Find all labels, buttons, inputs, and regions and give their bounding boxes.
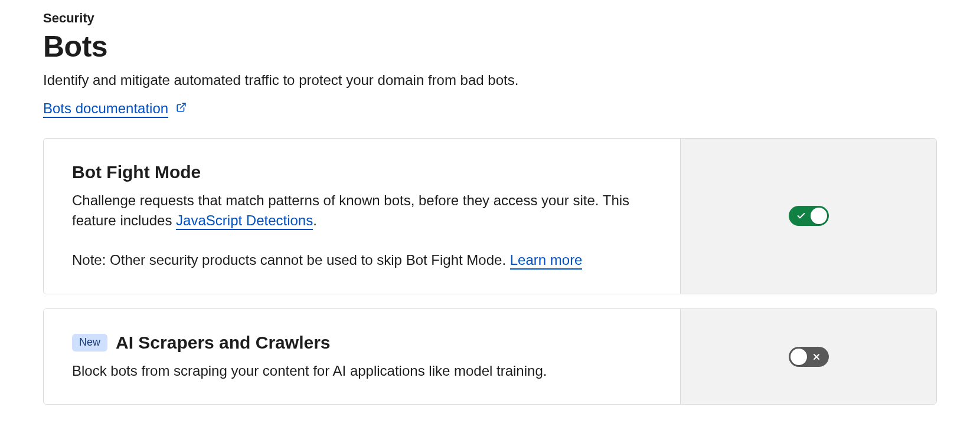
card-side [680, 309, 936, 405]
card-description: Block bots from scraping your content fo… [72, 361, 652, 381]
page-subtitle: Identify and mitigate automated traffic … [43, 72, 937, 88]
card-title-row: New AI Scrapers and Crawlers [72, 333, 652, 353]
card-main: New AI Scrapers and Crawlers Block bots … [44, 309, 680, 405]
card-ai-scrapers: New AI Scrapers and Crawlers Block bots … [43, 308, 937, 405]
card-title-row: Bot Fight Mode [72, 162, 652, 182]
toggle-knob [811, 208, 827, 224]
card-note: Note: Other security products cannot be … [72, 250, 652, 270]
svg-line-0 [180, 103, 185, 108]
desc-tail: . [313, 212, 317, 228]
bots-documentation-link[interactable]: Bots documentation [43, 100, 168, 118]
check-icon [796, 211, 806, 221]
doc-link-row: Bots documentation [43, 100, 937, 117]
javascript-detections-link[interactable]: JavaScript Detections [176, 212, 313, 230]
ai-scrapers-toggle[interactable] [789, 347, 829, 367]
note-label: Note [72, 252, 102, 268]
card-title: Bot Fight Mode [72, 162, 201, 182]
card-description: Challenge requests that match patterns o… [72, 191, 652, 230]
card-side [680, 139, 936, 294]
bot-fight-mode-toggle[interactable] [789, 206, 829, 226]
learn-more-link[interactable]: Learn more [510, 252, 583, 270]
new-badge: New [72, 334, 107, 352]
desc-text: Challenge requests that match patterns o… [72, 192, 629, 228]
card-main: Bot Fight Mode Challenge requests that m… [44, 139, 680, 294]
card-bot-fight-mode: Bot Fight Mode Challenge requests that m… [43, 138, 937, 294]
note-text: : Other security products cannot be used… [102, 252, 510, 268]
card-title: AI Scrapers and Crawlers [116, 333, 331, 353]
toggle-knob [790, 349, 807, 365]
page-title: Bots [43, 29, 937, 64]
x-icon [811, 352, 822, 362]
breadcrumb: Security [43, 11, 937, 26]
external-link-icon [176, 102, 187, 115]
